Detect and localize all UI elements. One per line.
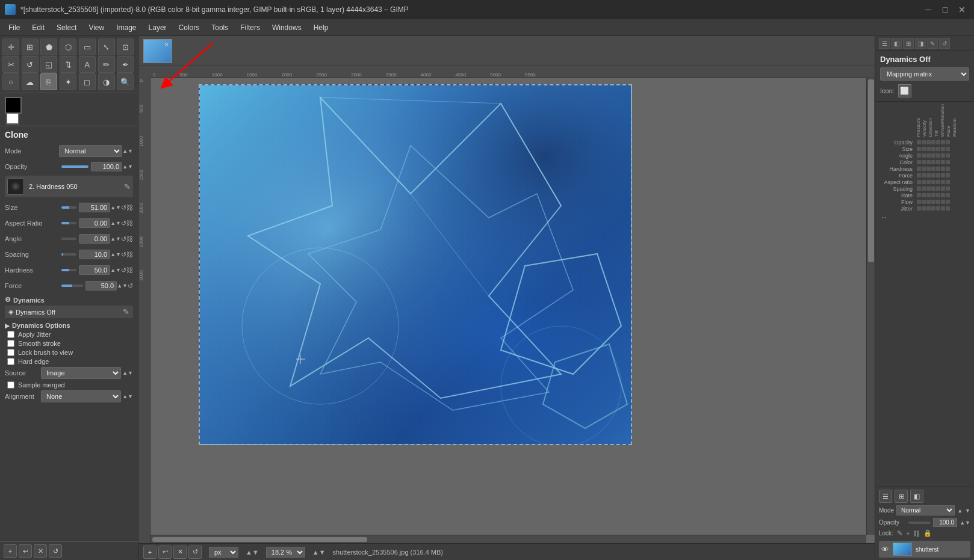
mode-select[interactable]: Normal <box>59 145 122 157</box>
force-slider[interactable] <box>61 285 83 287</box>
opacity-spin[interactable]: ▲▼ <box>960 520 970 526</box>
force-down[interactable]: ▼ <box>122 283 128 289</box>
dot[interactable] <box>946 173 950 177</box>
dot[interactable] <box>936 193 940 197</box>
paintbrush-tool[interactable]: ✏ <box>98 56 115 73</box>
dot[interactable] <box>922 180 926 184</box>
dot[interactable] <box>917 193 921 197</box>
dot[interactable] <box>931 147 935 151</box>
dot[interactable] <box>936 206 940 211</box>
size-down[interactable]: ▼ <box>116 205 121 211</box>
layers-opacity-value[interactable] <box>933 518 957 527</box>
mode-up[interactable]: ▲ <box>122 148 128 154</box>
foreground-color-swatch[interactable] <box>5 97 22 114</box>
shear-tool[interactable]: ⊡ <box>117 38 134 55</box>
hardness-down[interactable]: ▼ <box>116 267 121 273</box>
dot[interactable] <box>941 147 945 151</box>
undo-button[interactable]: ↩ <box>19 544 32 558</box>
dot[interactable] <box>917 206 921 211</box>
dot[interactable] <box>941 153 945 158</box>
dot[interactable] <box>917 140 921 144</box>
status-undo-button[interactable]: ↩ <box>158 546 172 559</box>
spacing-link[interactable]: ⛓ <box>126 251 133 258</box>
spacing-value[interactable] <box>79 250 110 259</box>
aspect-reset[interactable]: ↺ <box>121 220 126 227</box>
dot[interactable] <box>936 186 940 191</box>
lock-chain-icon[interactable]: ⛓ <box>913 530 920 537</box>
lock-edit-icon[interactable]: ✎ <box>897 529 902 537</box>
dot[interactable] <box>946 180 950 184</box>
horizontal-scrollbar[interactable] <box>150 535 866 543</box>
brush-thumbnail[interactable]: ✕ <box>143 39 172 63</box>
opacity-down[interactable]: ▼ <box>128 164 133 170</box>
close-brush-thumb[interactable]: ✕ <box>164 41 169 49</box>
dot[interactable] <box>917 200 921 204</box>
dot[interactable] <box>936 173 940 177</box>
dot[interactable] <box>946 147 950 151</box>
aspect-down[interactable]: ▼ <box>116 220 121 226</box>
dot[interactable] <box>926 180 931 184</box>
vertical-scrollbar[interactable] <box>866 78 875 535</box>
menu-colors[interactable]: Colors <box>173 21 206 34</box>
dot[interactable] <box>922 147 926 151</box>
opacity-up[interactable]: ▲ <box>122 164 128 170</box>
apply-jitter-checkbox[interactable] <box>7 331 14 338</box>
angle-down[interactable]: ▼ <box>116 236 121 242</box>
dot[interactable] <box>946 206 950 211</box>
minimize-button[interactable]: ─ <box>921 2 935 17</box>
alignment-select[interactable]: None Aligned Registered Fixed <box>41 390 121 402</box>
vscroll-thumb[interactable] <box>868 79 874 262</box>
dot[interactable] <box>936 200 940 204</box>
spacing-down[interactable]: ▼ <box>116 251 121 257</box>
dot[interactable] <box>946 167 950 171</box>
menu-view[interactable]: View <box>82 21 110 34</box>
dynamics-icon-preview[interactable]: ⬜ <box>898 84 911 97</box>
dot[interactable] <box>917 153 921 158</box>
spacing-reset[interactable]: ↺ <box>121 251 126 259</box>
dot[interactable] <box>926 186 931 191</box>
dot[interactable] <box>946 160 950 164</box>
unit-select[interactable]: px mm in <box>209 547 238 558</box>
opacity-slider[interactable] <box>61 165 88 168</box>
dot[interactable] <box>917 160 921 164</box>
matrix-ellipsis[interactable]: ··· <box>878 212 972 222</box>
dot[interactable] <box>931 186 935 191</box>
dot[interactable] <box>922 140 926 144</box>
smooth-stroke-checkbox[interactable] <box>7 340 14 347</box>
hscroll-thumb[interactable] <box>152 537 367 542</box>
maximize-button[interactable]: □ <box>938 2 952 17</box>
dot[interactable] <box>926 160 931 164</box>
dot[interactable] <box>931 200 935 204</box>
pencil-tool[interactable]: ✒ <box>117 56 134 73</box>
source-up[interactable]: ▲ <box>122 370 128 376</box>
angle-slider[interactable] <box>61 238 76 240</box>
dot[interactable] <box>941 140 945 144</box>
size-value[interactable] <box>79 203 110 212</box>
status-refresh-button[interactable]: ↺ <box>188 546 202 559</box>
mode-spin-down[interactable]: ▼ <box>965 508 970 514</box>
spacing-up[interactable]: ▲ <box>110 251 116 257</box>
flip-tool[interactable]: ⇅ <box>60 56 76 73</box>
zoom-up-down[interactable]: ▲▼ <box>312 549 326 556</box>
dot[interactable] <box>936 147 940 151</box>
menu-edit[interactable]: Edit <box>26 21 51 34</box>
canvas-viewport[interactable] <box>150 78 875 543</box>
dot[interactable] <box>926 206 931 211</box>
perspective-tool[interactable]: ◱ <box>40 56 57 73</box>
dot[interactable] <box>936 167 940 171</box>
dot[interactable] <box>941 160 945 164</box>
dot[interactable] <box>926 140 931 144</box>
dot[interactable] <box>941 173 945 177</box>
dot[interactable] <box>922 193 926 197</box>
heal-tool[interactable]: ✦ <box>60 73 76 90</box>
dot[interactable] <box>931 160 935 164</box>
align-down[interactable]: ▼ <box>128 393 133 399</box>
zoom-tool[interactable]: 🔍 <box>117 73 134 90</box>
dot[interactable] <box>922 167 926 171</box>
mode-spin-up[interactable]: ▲ <box>957 508 963 514</box>
dot[interactable] <box>917 186 921 191</box>
dodge-tool[interactable]: ◑ <box>98 73 115 90</box>
size-reset[interactable]: ↺ <box>121 204 126 212</box>
dot[interactable] <box>936 153 940 158</box>
dot[interactable] <box>941 186 945 191</box>
